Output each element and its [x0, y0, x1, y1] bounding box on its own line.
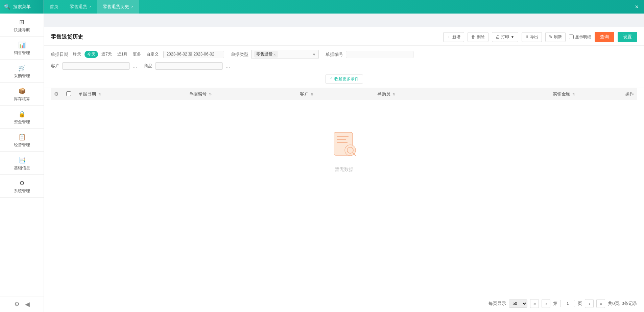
system-icon: ⚙: [19, 179, 25, 187]
tab-retail-return-history-close[interactable]: ×: [131, 4, 134, 9]
doc-no-input[interactable]: [346, 51, 413, 58]
col-date-label: 单据日期: [78, 91, 96, 96]
total-info: 共0页, 0条记录: [608, 300, 637, 307]
topbar-close[interactable]: ×: [635, 3, 639, 10]
query-button[interactable]: 查询: [595, 32, 614, 42]
prev-page-btn[interactable]: ‹: [542, 299, 550, 308]
show-detail-wrap: 显示明细: [569, 34, 591, 40]
date-btn-1month[interactable]: 近1月: [115, 51, 130, 58]
sidebar-item-purchase-mgmt[interactable]: 🛒 采购管理: [0, 60, 44, 83]
main-content: 零售退货历史 ＋ 新增 🗑 删除 🖨 打印 ▼ ⬆ 导出: [44, 27, 644, 312]
export-button[interactable]: ⬆ 导出: [522, 32, 542, 42]
customer-input[interactable]: [62, 62, 130, 70]
col-guide-sort-icon[interactable]: ⇅: [392, 92, 395, 96]
collapse-icon: ⌃: [330, 77, 333, 82]
col-checkbox: [63, 88, 75, 100]
page-number-input[interactable]: [560, 300, 575, 307]
date-btn-more[interactable]: 更多: [131, 51, 143, 58]
type-tag-close[interactable]: ×: [273, 52, 276, 57]
type-tag: 零售退货 ×: [254, 51, 278, 58]
sidebar-label-operations: 经营管理: [14, 142, 30, 148]
refresh-button[interactable]: ↻ 刷新: [545, 32, 566, 42]
sidebar-item-basic-info[interactable]: 📑 基础信息: [0, 152, 44, 175]
table-wrap: ⚙ 单据日期 ⇅ 单据编号 ⇅: [44, 88, 644, 200]
show-detail-checkbox[interactable]: [569, 35, 574, 39]
new-button[interactable]: ＋ 新增: [443, 32, 464, 42]
collapse-sidebar-icon[interactable]: ◀: [25, 300, 30, 308]
export-icon: ⬆: [525, 35, 529, 39]
delete-button[interactable]: 🗑 删除: [468, 32, 488, 42]
inventory-icon: 📦: [18, 87, 26, 95]
col-date-sort-icon[interactable]: ⇅: [98, 92, 101, 96]
last-page-btn[interactable]: »: [596, 299, 605, 308]
empty-text: 暂无数据: [335, 166, 354, 173]
show-detail-label: 显示明细: [575, 34, 591, 40]
col-amount-label: 实销金额: [553, 91, 570, 96]
date-btn-yesterday[interactable]: 昨天: [71, 51, 83, 58]
data-table: ⚙ 单据日期 ⇅ 单据编号 ⇅: [51, 88, 637, 100]
svg-rect-2: [337, 139, 346, 140]
date-btn-7days[interactable]: 近7天: [99, 51, 114, 58]
print-icon: 🖨: [496, 35, 500, 39]
select-all-checkbox[interactable]: [66, 91, 71, 96]
tab-retail-return[interactable]: 零售退货 ×: [64, 0, 97, 14]
col-action-label: 操作: [625, 91, 634, 96]
sidebar-search[interactable]: 🔍 搜索菜单: [0, 0, 44, 14]
table-gear-icon[interactable]: ⚙: [54, 91, 58, 97]
col-no: 单据编号 ⇅: [186, 88, 296, 100]
sidebar-item-operations[interactable]: 📋 经营管理: [0, 129, 44, 152]
tab-retail-return-close[interactable]: ×: [89, 4, 92, 9]
sidebar-item-system[interactable]: ⚙ 系统管理: [0, 175, 44, 198]
sidebar-label-sales: 销售管理: [14, 50, 30, 56]
goods-input[interactable]: [155, 62, 223, 70]
per-page-label: 每页显示: [488, 300, 506, 307]
table-header-row: ⚙ 单据日期 ⇅ 单据编号 ⇅: [51, 88, 637, 100]
col-gear: ⚙: [51, 88, 63, 100]
doc-no-filter: 单据编号: [326, 51, 413, 58]
page-title: 零售退货历史: [51, 34, 83, 41]
type-select-wrap[interactable]: 零售退货 × ▼: [251, 50, 319, 59]
tab-home[interactable]: 首页: [44, 0, 64, 14]
customer-label: 客户: [51, 63, 59, 69]
col-amount-sort-icon[interactable]: ⇅: [572, 92, 575, 96]
col-guide-label: 导购员: [377, 91, 390, 96]
collapse-filter-button[interactable]: ⌃ 收起更多条件: [325, 74, 363, 84]
refresh-icon: ↻: [549, 35, 552, 39]
sidebar-label-quick-nav: 快捷导航: [14, 27, 30, 33]
settings-bottom-icon[interactable]: ⚙: [14, 300, 20, 308]
col-date: 单据日期 ⇅: [75, 88, 186, 100]
date-label: 单据日期: [51, 51, 68, 58]
sidebar-item-sales-mgmt[interactable]: 📊 销售管理: [0, 37, 44, 60]
date-btn-today[interactable]: 今天: [85, 51, 98, 58]
sidebar-item-finance[interactable]: 🔒 资金管理: [0, 106, 44, 129]
sidebar: 🔍 搜索菜单 ⊞ 快捷导航 📊 销售管理 🛒 采购管理 📦 库存核算 🔒 资金管…: [0, 0, 44, 312]
new-icon: ＋: [447, 34, 451, 40]
customer-dots[interactable]: ...: [133, 63, 137, 69]
date-btn-custom[interactable]: 自定义: [144, 51, 161, 58]
next-page-btn[interactable]: ›: [585, 299, 594, 308]
sidebar-search-label: 搜索菜单: [13, 4, 31, 10]
sidebar-item-inventory[interactable]: 📦 库存核算: [0, 83, 44, 106]
col-customer-label: 客户: [300, 91, 309, 96]
goods-dots[interactable]: ...: [225, 63, 230, 69]
tab-retail-return-label: 零售退货: [70, 4, 87, 10]
date-range-input[interactable]: [163, 51, 224, 58]
delete-icon: 🗑: [471, 35, 475, 39]
col-no-sort-icon[interactable]: ⇅: [209, 92, 212, 96]
purchase-icon: 🛒: [18, 64, 26, 72]
tab-retail-return-history[interactable]: 零售退货历史 ×: [97, 0, 139, 14]
col-no-label: 单据编号: [189, 91, 207, 96]
delete-label: 删除: [477, 34, 485, 40]
header-actions: ＋ 新增 🗑 删除 🖨 打印 ▼ ⬆ 导出 ↻ 刷新: [443, 32, 637, 42]
col-customer-sort-icon[interactable]: ⇅: [311, 92, 313, 96]
sales-icon: 📊: [18, 41, 26, 49]
col-guide: 导购员 ⇅: [374, 88, 468, 100]
top-bar: 首页 零售退货 × 零售退货历史 × ×: [0, 0, 644, 14]
settings-button[interactable]: 设置: [618, 32, 637, 42]
sidebar-label-purchase: 采购管理: [14, 73, 30, 79]
first-page-btn[interactable]: «: [530, 299, 539, 308]
per-page-select[interactable]: 10 20 50 100: [509, 299, 527, 308]
customer-filter: 客户 ...: [51, 62, 137, 70]
print-button[interactable]: 🖨 打印 ▼: [492, 32, 518, 42]
sidebar-item-quick-nav[interactable]: ⊞ 快捷导航: [0, 14, 44, 37]
